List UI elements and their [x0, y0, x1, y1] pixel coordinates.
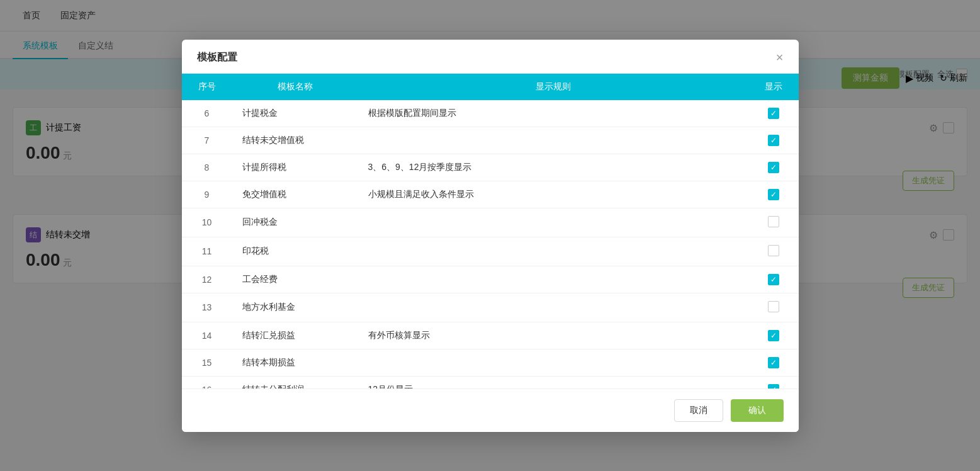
dialog-header: 模板配置 ×	[182, 40, 799, 74]
cell-seq: 10	[182, 208, 232, 237]
cell-display: ✓	[748, 127, 799, 154]
cell-rule: 12月份显示	[358, 376, 748, 389]
table-row: 6计提税金根据模版配置期间显示✓	[182, 100, 799, 127]
cell-rule: 有外币核算显示	[358, 322, 748, 349]
dialog-table-head: 序号 模板名称 显示规则 显示	[182, 74, 799, 100]
checkbox-row-7[interactable]	[768, 301, 779, 312]
cell-rule: 3、6、9、12月按季度显示	[358, 154, 748, 181]
cell-rule	[358, 293, 748, 322]
cell-seq: 13	[182, 293, 232, 322]
table-row: 10回冲税金	[182, 208, 799, 237]
checkbox-row-0[interactable]: ✓	[768, 108, 779, 119]
cell-name: 结转未交增值税	[232, 127, 358, 154]
cell-seq: 16	[182, 376, 232, 389]
template-config-dialog: 模板配置 × 序号 模板名称 显示规则 显示 6计提税金根据模版配置期间显示✓7…	[182, 40, 799, 432]
checkbox-row-9[interactable]: ✓	[768, 357, 779, 368]
table-row: 11印花税	[182, 237, 799, 266]
table-row: 8计提所得税3、6、9、12月按季度显示✓	[182, 154, 799, 181]
checkbox-row-3[interactable]: ✓	[768, 189, 779, 200]
cell-display: ✓	[748, 181, 799, 208]
table-row: 13地方水利基金	[182, 293, 799, 322]
dialog-overlay: 模板配置 × 序号 模板名称 显示规则 显示 6计提税金根据模版配置期间显示✓7…	[0, 0, 980, 471]
confirm-button[interactable]: 确认	[731, 399, 784, 422]
cell-rule	[358, 266, 748, 293]
col-seq: 序号	[182, 74, 232, 100]
cell-seq: 11	[182, 237, 232, 266]
cell-seq: 14	[182, 322, 232, 349]
table-row: 9免交增值税小规模且满足收入条件显示✓	[182, 181, 799, 208]
cell-display: ✓	[748, 100, 799, 127]
cell-seq: 6	[182, 100, 232, 127]
cell-seq: 12	[182, 266, 232, 293]
cancel-button[interactable]: 取消	[674, 399, 723, 422]
cell-name: 回冲税金	[232, 208, 358, 237]
cell-name: 结转本期损益	[232, 349, 358, 376]
cell-rule: 根据模版配置期间显示	[358, 100, 748, 127]
dialog-table-body: 6计提税金根据模版配置期间显示✓7结转未交增值税✓8计提所得税3、6、9、12月…	[182, 100, 799, 389]
cell-display: ✓	[748, 376, 799, 389]
cell-rule	[358, 208, 748, 237]
cell-display: ✓	[748, 154, 799, 181]
checkbox-row-4[interactable]	[768, 216, 779, 227]
col-rule: 显示规则	[358, 74, 748, 100]
cell-display: ✓	[748, 349, 799, 376]
cell-name: 结转汇兑损益	[232, 322, 358, 349]
cell-display	[748, 208, 799, 237]
checkbox-row-6[interactable]: ✓	[768, 274, 779, 285]
cell-display: ✓	[748, 266, 799, 293]
cell-display: ✓	[748, 322, 799, 349]
cell-name: 工会经费	[232, 266, 358, 293]
table-row: 15结转本期损益✓	[182, 349, 799, 376]
checkbox-row-1[interactable]: ✓	[768, 135, 779, 146]
dialog-title: 模板配置	[197, 51, 237, 64]
table-row: 16结转未分配利润12月份显示✓	[182, 376, 799, 389]
dialog-table-wrapper: 序号 模板名称 显示规则 显示 6计提税金根据模版配置期间显示✓7结转未交增值税…	[182, 74, 799, 389]
dialog-close-button[interactable]: ×	[776, 51, 784, 64]
cell-seq: 15	[182, 349, 232, 376]
col-name: 模板名称	[232, 74, 358, 100]
cell-seq: 7	[182, 127, 232, 154]
cell-display	[748, 237, 799, 266]
cell-name: 结转未分配利润	[232, 376, 358, 389]
cell-rule	[358, 127, 748, 154]
cell-name: 印花税	[232, 237, 358, 266]
checkbox-row-10[interactable]: ✓	[768, 384, 779, 389]
cell-seq: 9	[182, 181, 232, 208]
cell-display	[748, 293, 799, 322]
dialog-table: 序号 模板名称 显示规则 显示 6计提税金根据模版配置期间显示✓7结转未交增值税…	[182, 74, 799, 389]
cell-rule	[358, 349, 748, 376]
dialog-footer: 取消 确认	[182, 389, 799, 432]
cell-seq: 8	[182, 154, 232, 181]
cell-name: 地方水利基金	[232, 293, 358, 322]
table-row: 12工会经费✓	[182, 266, 799, 293]
checkbox-row-5[interactable]	[768, 245, 779, 256]
cell-name: 计提税金	[232, 100, 358, 127]
checkbox-row-8[interactable]: ✓	[768, 330, 779, 341]
cell-rule	[358, 237, 748, 266]
col-display: 显示	[748, 74, 799, 100]
table-row: 7结转未交增值税✓	[182, 127, 799, 154]
cell-name: 计提所得税	[232, 154, 358, 181]
table-row: 14结转汇兑损益有外币核算显示✓	[182, 322, 799, 349]
checkbox-row-2[interactable]: ✓	[768, 162, 779, 173]
cell-name: 免交增值税	[232, 181, 358, 208]
cell-rule: 小规模且满足收入条件显示	[358, 181, 748, 208]
